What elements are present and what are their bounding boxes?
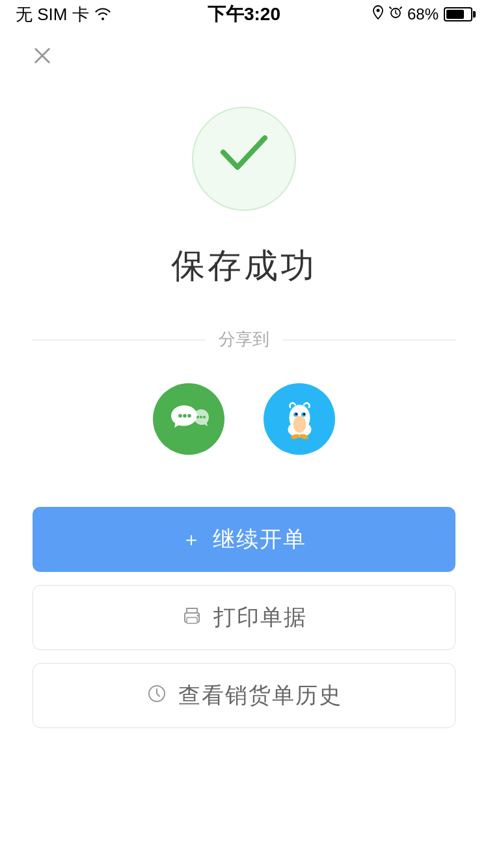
close-button[interactable] (26, 39, 59, 72)
history-label: 查看销货单历史 (178, 681, 342, 711)
print-label: 打印单据 (213, 603, 307, 632)
svg-point-4 (183, 414, 187, 418)
svg-point-21 (197, 614, 199, 616)
svg-point-7 (200, 416, 202, 418)
continue-label: 继续开单 (213, 524, 306, 554)
action-buttons: ＋ 继续开单 打印单据 查看销货单历史 (33, 507, 455, 728)
main-content: 保存成功 分享到 (0, 29, 488, 728)
svg-point-5 (187, 414, 191, 418)
svg-point-0 (376, 9, 379, 12)
print-button[interactable]: 打印单据 (33, 585, 455, 650)
share-label: 分享到 (206, 328, 282, 351)
success-title: 保存成功 (171, 243, 317, 289)
continue-button[interactable]: ＋ 继续开单 (33, 507, 455, 572)
share-icons-row (153, 383, 335, 455)
svg-point-8 (203, 416, 206, 418)
svg-point-13 (303, 413, 305, 415)
battery-icon (444, 7, 472, 21)
status-bar: 无 SIM 卡 下午3:20 68% (0, 0, 488, 29)
status-time: 下午3:20 (208, 2, 280, 27)
svg-rect-20 (187, 617, 197, 623)
wechat-icon (166, 396, 211, 442)
history-button[interactable]: 查看销货单历史 (33, 663, 455, 728)
svg-point-12 (295, 413, 297, 415)
alarm-icon (389, 5, 402, 23)
checkmark-icon (218, 130, 270, 182)
share-section: 分享到 (33, 328, 455, 351)
plus-icon: ＋ (182, 526, 202, 553)
wechat-share-button[interactable] (153, 383, 224, 455)
qq-share-button[interactable] (264, 383, 335, 455)
qq-icon (278, 398, 321, 441)
sim-text: 无 SIM 卡 (16, 3, 89, 26)
status-right: 68% (372, 5, 472, 23)
clock-icon (146, 683, 168, 709)
printer-icon (181, 604, 203, 631)
battery-text: 68% (407, 5, 439, 23)
location-icon (372, 5, 384, 23)
svg-point-3 (178, 414, 182, 418)
status-left: 无 SIM 卡 (16, 3, 111, 26)
svg-point-6 (197, 416, 199, 418)
svg-point-16 (293, 416, 306, 433)
wifi-icon (94, 5, 111, 25)
success-circle (192, 107, 296, 211)
